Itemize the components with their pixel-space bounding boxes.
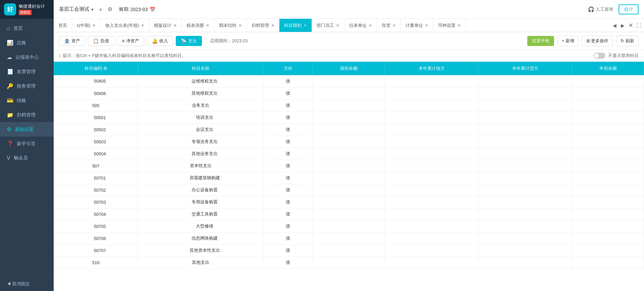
sub-tab-资产[interactable]: 🏦资产 [59,36,85,46]
sub-tab-净资产[interactable]: ≡净资产 [117,36,144,46]
table-row[interactable]: 50504其他业务支出借 [54,148,644,160]
period-display: 启用期间：2023.03 [210,38,248,44]
tab-0[interactable]: 首页 [54,19,72,32]
table-row[interactable]: 50406其他维权支出借 [54,87,644,99]
tab-close-2[interactable]: ✕ [141,19,144,32]
cell-val-2-1 [385,99,478,111]
tab-close-8[interactable]: ✕ [336,19,339,32]
cell-val-12-0 [313,220,385,232]
user-role-btn[interactable]: 会计 [619,4,639,14]
table-row[interactable]: 50503专项业务支出借 [54,136,644,148]
sidebar-label-4: 税务管理 [17,83,36,89]
tab-4[interactable]: 税表清册✕ [182,19,214,32]
tab-expand-btn[interactable]: ⛶ [635,21,643,30]
tab-12[interactable]: 币种设置✕ [433,19,466,32]
tab-close-10[interactable]: ✕ [392,19,396,32]
sidebar-collapse-btn[interactable]: ◀ 取消固定 [0,277,54,291]
cell-val-10-1 [385,196,478,208]
cell-name-6: 其他业务支出 [138,148,263,160]
sub-tab-负债[interactable]: 📋负债 [88,36,114,46]
sidebar-item-基础设置[interactable]: ⚙基础设置 [0,122,54,137]
tab-2[interactable]: 收入支出表(年报)✕ [101,19,149,32]
disable-toggle[interactable] [593,53,605,59]
table-row[interactable]: 50707其他资本性支出借 [54,244,644,256]
add-btn[interactable]: + 新增 [557,36,579,46]
cell-val-5-0 [313,136,385,148]
tab-prev-btn[interactable]: ◀ [610,21,619,30]
cell-dir-12: 借 [263,220,313,232]
table-row[interactable]: 50703专用设备购置借 [54,196,644,208]
table-row[interactable]: 50705大型修缮借 [54,220,644,232]
add-company-btn[interactable]: ＋ [98,5,104,13]
tab-3[interactable]: 模版设计✕ [149,19,182,32]
sidebar-item-畅会员[interactable]: V畅会员 [0,151,54,165]
table-row[interactable]: 50704交通工具购置借 [54,208,644,220]
sidebar-item-云报表中心[interactable]: ☁云报表中心 [0,50,54,64]
tab-5[interactable]: 期末结转✕ [214,19,247,32]
sidebar-item-新手引导[interactable]: ❓新手引导 [0,137,54,151]
tab-close-4[interactable]: ✕ [206,19,209,32]
tab-close-1[interactable]: ✕ [92,19,96,32]
cell-dir-5: 借 [263,136,313,148]
tab-next-btn[interactable]: ▶ [619,21,627,30]
sidebar-item-总账[interactable]: 📊总账 [0,36,54,50]
cell-dir-2: 借 [263,99,313,111]
tab-close-9[interactable]: ✕ [369,19,372,32]
sidebar-label-7: 基础设置 [15,127,34,133]
cell-val-15-0 [313,256,385,269]
tab-7[interactable]: 科目期初✕ [279,19,312,32]
cell-name-4: 会议支出 [138,124,263,136]
table-row[interactable]: 50701房屋建筑物购建借 [54,172,644,184]
tab-close-12[interactable]: ✕ [458,19,461,32]
sidebar-item-发票管理[interactable]: 🧾发票管理 [0,64,54,79]
tab-1[interactable]: ε(中期)✕ [72,19,101,32]
cell-code-12: 50705 [54,220,138,232]
tab-close-11[interactable]: ✕ [425,19,428,32]
sidebar-label-0: 首页 [13,26,23,32]
table-row[interactable]: 50501培训支出借 [54,111,644,124]
table-row[interactable]: 50702办公设备购置借 [54,184,644,196]
tab-10[interactable]: 存货✕ [377,19,401,32]
refresh-btn[interactable]: ↻ 刷新 [616,36,639,46]
cell-val-4-1 [385,124,478,136]
sub-tab-label-3: 收入 [159,38,168,44]
settings-btn[interactable]: ⚙ [108,6,112,12]
table-row[interactable]: 50405运维维权支出借 [54,75,644,87]
sidebar-item-归档管理[interactable]: 📁归档管理 [0,108,54,122]
company-dropdown-btn[interactable]: ▾ [91,7,94,12]
tab-close-7[interactable]: ✕ [304,19,307,32]
trial-balance-btn[interactable]: 试算平衡 [527,36,554,46]
table-row[interactable]: 507资本性支出借 [54,160,644,172]
tab-close-6[interactable]: ✕ [271,19,274,32]
tab-11[interactable]: 计量单位✕ [401,19,433,32]
table-row[interactable]: 505业务支出借 [54,99,644,111]
cell-name-14: 其他资本性支出 [138,244,263,256]
cell-val-8-0 [313,172,385,184]
tab-close-5[interactable]: ✕ [238,19,242,32]
cell-code-5: 50503 [54,136,138,148]
tab-6[interactable]: 归档管理✕ [247,19,279,32]
cell-val-3-1 [385,111,478,124]
consulting-btn[interactable]: 🎧 人工咨询 [588,6,613,12]
table-row[interactable]: 50706信息网络购建借 [54,232,644,244]
tab-close-3[interactable]: ✕ [173,19,177,32]
sub-tab-收入[interactable]: 🔔收入 [147,36,173,46]
tab-close-all-btn[interactable]: ✕ [627,21,635,30]
tab-label-9: 往来单位 [349,19,367,32]
sidebar-item-税务管理[interactable]: 🔑税务管理 [0,79,54,93]
sidebar-item-结账[interactable]: 💳结账 [0,93,54,108]
cell-name-3: 培训支出 [138,111,263,124]
more-btn[interactable]: ⊞ 更多操作 [582,36,613,46]
cell-dir-0: 借 [263,75,313,87]
tab-8[interactable]: 部门员工✕ [312,19,344,32]
table-row[interactable]: 510其他支出借 [54,256,644,269]
cell-name-5: 专项业务支出 [138,136,263,148]
tab-9[interactable]: 往来单位✕ [344,19,377,32]
sub-tab-支出[interactable]: 📡支出 [176,36,202,46]
table-row[interactable]: 50502会议支出借 [54,124,644,136]
cell-val-14-2 [478,244,572,256]
sidebar-item-首页[interactable]: ⌂首页 [0,21,54,36]
col-settings-icon[interactable]: ⚙ [103,66,107,71]
col-header-3: 期初余额 [313,62,385,75]
calendar-icon[interactable]: 📅 [150,7,155,12]
